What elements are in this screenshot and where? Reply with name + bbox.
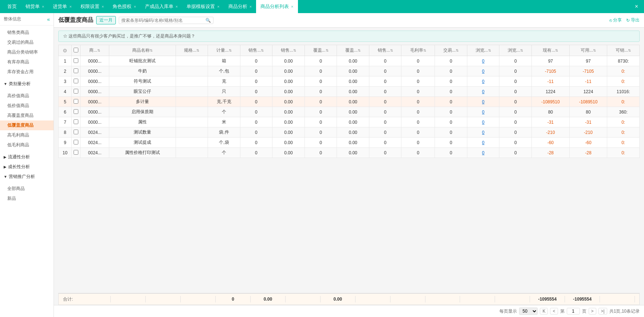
- cell-checkbox[interactable]: [72, 76, 80, 87]
- cell-browse1[interactable]: 0: [467, 148, 499, 158]
- col-spec[interactable]: 规格...⇅: [176, 45, 208, 56]
- cell-browse1[interactable]: 0: [467, 107, 499, 117]
- row-checkbox[interactable]: [74, 119, 78, 124]
- sidebar-collapse-icon[interactable]: «: [47, 16, 50, 22]
- per-page-select[interactable]: 50 100 200: [519, 308, 538, 315]
- cell-name: 眼宝公仔: [109, 87, 176, 97]
- search-icon[interactable]: 🔍: [205, 18, 211, 23]
- sidebar-item-high-value[interactable]: 高价值商品: [0, 91, 54, 101]
- nav-tab-permissions[interactable]: 权限设置 ×: [76, 0, 108, 13]
- sidebar-item-all-goods[interactable]: 全部商品: [0, 184, 54, 194]
- last-page-button[interactable]: >|: [598, 308, 607, 314]
- sidebar-item-stocked-goods[interactable]: 有库存商品: [0, 57, 54, 67]
- col-sales-amt[interactable]: 销售...⇅: [272, 45, 305, 56]
- close-icon[interactable]: ×: [176, 4, 178, 9]
- row-checkbox[interactable]: [74, 89, 78, 94]
- row-checkbox[interactable]: [74, 140, 78, 144]
- col-gross-rate[interactable]: 毛利率⇅: [401, 45, 435, 56]
- cell-checkbox[interactable]: [72, 66, 80, 76]
- sidebar-item-sales-goods[interactable]: 销售类商品: [0, 28, 54, 37]
- cell-browse1[interactable]: 0: [467, 87, 499, 97]
- sidebar-item-category-rate[interactable]: 商品分类动销率: [0, 47, 54, 57]
- nav-tab-sales[interactable]: 销货单 ×: [21, 0, 48, 13]
- sidebar-group-flow[interactable]: ▶ 流通性分析: [0, 152, 54, 162]
- col-browse2[interactable]: 浏览...⇅: [499, 45, 532, 56]
- cell-checkbox[interactable]: [72, 127, 80, 138]
- cell-browse1[interactable]: 0: [467, 127, 499, 138]
- cell-browse1[interactable]: 0: [467, 66, 499, 76]
- select-all-checkbox[interactable]: [74, 48, 78, 52]
- nav-tab-analysis[interactable]: 商品分析 ×: [224, 0, 256, 13]
- header-actions: ⎋ 分享 ↻ 导出: [609, 17, 640, 23]
- sidebar-group-growth[interactable]: ▶ 成长性分析: [0, 162, 54, 172]
- sidebar-group-category[interactable]: ▼ 类别量分析: [0, 79, 54, 89]
- row-checkbox[interactable]: [74, 79, 78, 83]
- close-icon[interactable]: ×: [102, 4, 104, 9]
- col-saleable[interactable]: 可销...⇅: [607, 45, 640, 56]
- cell-name: 属性: [109, 117, 176, 127]
- col-available[interactable]: 可用...⇅: [569, 45, 607, 56]
- settings-icon[interactable]: ⚙: [63, 48, 67, 54]
- sidebar-item-new-goods[interactable]: 新品: [0, 194, 54, 203]
- col-sales-qty[interactable]: 销售...⇅: [240, 45, 272, 56]
- next-page-button[interactable]: >: [589, 308, 596, 314]
- prev-page-button[interactable]: <: [550, 308, 558, 314]
- col-name[interactable]: 商品名称⇅: [109, 45, 176, 56]
- nav-tab-purchase[interactable]: 进货单 ×: [48, 0, 76, 13]
- col-unit[interactable]: 计量...⇅: [208, 45, 240, 56]
- close-icon[interactable]: ×: [69, 4, 71, 9]
- sidebar-item-low-value[interactable]: 低价值商品: [0, 101, 54, 111]
- nav-tab-home[interactable]: 首页: [3, 0, 21, 13]
- row-checkbox[interactable]: [74, 58, 78, 63]
- cell-checkbox[interactable]: [72, 97, 80, 107]
- sidebar-item-low-gross[interactable]: 低毛利商品: [0, 140, 54, 150]
- col-code[interactable]: 商...⇅: [80, 45, 109, 56]
- export-button[interactable]: ↻ 导出: [626, 17, 640, 23]
- col-sales2[interactable]: 销售...⇅: [369, 45, 401, 56]
- share-button[interactable]: ⎋ 分享: [609, 17, 622, 23]
- row-checkbox[interactable]: [74, 99, 78, 104]
- cell-checkbox[interactable]: [72, 138, 80, 148]
- cell-name: 旺铺批次测试: [109, 56, 176, 66]
- col-coverage2[interactable]: 覆盖...⇅: [337, 45, 369, 56]
- cell-checkbox[interactable]: [72, 148, 80, 158]
- row-checkbox[interactable]: [74, 150, 78, 155]
- cell-browse1[interactable]: 0: [467, 97, 499, 107]
- close-all-button[interactable]: ×: [632, 3, 641, 10]
- row-checkbox[interactable]: [74, 68, 78, 73]
- sidebar-item-traded-goods[interactable]: 交易过的商品: [0, 37, 54, 47]
- row-checkbox[interactable]: [74, 109, 78, 114]
- cell-c2: 0.00: [337, 66, 369, 76]
- cell-browse1[interactable]: 0: [467, 76, 499, 87]
- cell-browse1[interactable]: 0: [467, 117, 499, 127]
- col-browse1[interactable]: 浏览...⇅: [467, 45, 499, 56]
- cell-checkbox[interactable]: [72, 117, 80, 127]
- cell-checkbox[interactable]: [72, 107, 80, 117]
- close-icon[interactable]: ×: [250, 4, 252, 9]
- col-coverage1[interactable]: 覆盖...⇅: [305, 45, 337, 56]
- close-icon[interactable]: ×: [217, 4, 219, 9]
- sidebar-group-marketing[interactable]: ▼ 营销推广分析: [0, 172, 54, 182]
- sidebar-item-inventory-fund[interactable]: 库存资金占用: [0, 67, 54, 77]
- col-trade[interactable]: 交易...⇅: [435, 45, 467, 56]
- sidebar-item-high-coverage[interactable]: 高覆盖度商品: [0, 111, 54, 120]
- cell-browse1[interactable]: 0: [467, 56, 499, 66]
- sidebar-item-high-gross[interactable]: 高毛利商品: [0, 130, 54, 140]
- cell-browse1[interactable]: 0: [467, 138, 499, 148]
- nav-tab-inventory[interactable]: 产成品入库单 ×: [141, 0, 182, 13]
- cell-checkbox[interactable]: [72, 87, 80, 97]
- row-checkbox[interactable]: [74, 130, 78, 134]
- search-input[interactable]: [121, 18, 204, 23]
- nav-tab-templates[interactable]: 单据模板设置 ×: [182, 0, 224, 13]
- close-icon[interactable]: ×: [42, 4, 44, 9]
- nav-tab-analysis-list[interactable]: 商品分析列表 ×: [256, 0, 298, 13]
- sidebar-item-low-coverage[interactable]: 低覆盖度商品: [0, 120, 54, 130]
- close-icon[interactable]: ×: [291, 4, 293, 9]
- nav-tab-roles[interactable]: 角色授权 ×: [108, 0, 140, 13]
- close-icon[interactable]: ×: [134, 4, 136, 9]
- cell-checkbox[interactable]: [72, 56, 80, 66]
- col-current[interactable]: 现有...⇅: [532, 45, 570, 56]
- page-number-input[interactable]: [567, 308, 580, 314]
- first-page-button[interactable]: K: [540, 308, 548, 314]
- filter-recent-month[interactable]: 近一月: [96, 16, 116, 24]
